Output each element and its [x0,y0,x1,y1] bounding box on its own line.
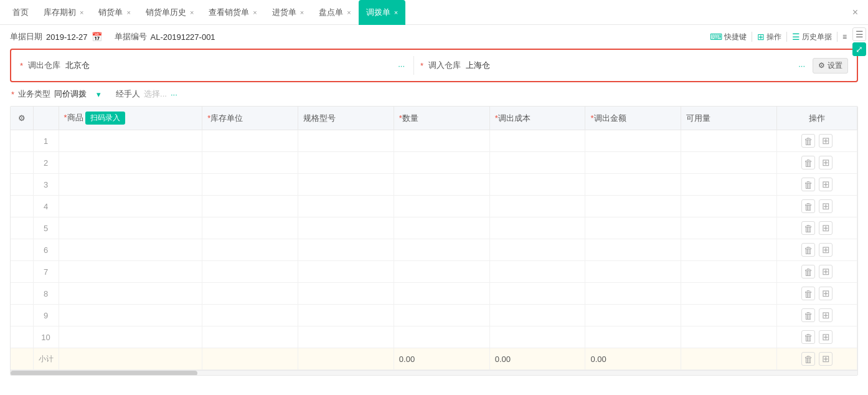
panel-list-button[interactable]: ☰ [852,27,866,41]
table-cell-cost-6[interactable] [489,239,585,261]
table-cell-product-10[interactable] [59,326,202,348]
shortcut-action[interactable]: ⌨ 快捷键 [710,32,747,42]
table-cell-product-2[interactable] [59,152,202,174]
operation-action[interactable]: ⊞ 操作 [757,32,781,42]
table-cell-cost-4[interactable] [489,196,585,217]
delete-icon-10[interactable]: 🗑 [801,330,815,344]
table-cell-spec-3[interactable] [298,174,394,196]
copy-icon-2[interactable]: ⊞ [819,156,833,169]
table-cell-unit-6[interactable] [202,239,298,261]
calendar-icon[interactable]: 📅 [92,32,102,42]
out-warehouse-more[interactable]: ··· [395,61,407,70]
tab-close-stocktake[interactable]: × [347,9,351,16]
tab-stocktake[interactable]: 盘点单 × [311,0,358,25]
copy-icon-10[interactable]: ⊞ [819,330,833,344]
table-cell-qty-11[interactable]: 0.00 [394,348,489,370]
tab-sales-history[interactable]: 销货单历史 × [138,0,201,25]
table-cell-cost-10[interactable] [489,326,585,348]
copy-icon-9[interactable]: ⊞ [819,308,833,322]
table-cell-qty-6[interactable] [394,239,489,261]
table-cell-product-3[interactable] [59,174,202,196]
table-cell-cost-8[interactable] [489,283,585,305]
biz-type-dropdown[interactable]: ▾ [94,90,103,99]
table-cell-amount-6[interactable] [585,239,681,261]
table-cell-unit-9[interactable] [202,305,298,326]
table-cell-spec-5[interactable] [298,217,394,239]
copy-icon-5[interactable]: ⊞ [819,221,833,235]
tab-close-view-sales[interactable]: × [253,9,257,16]
table-cell-qty-2[interactable] [394,152,489,174]
copy-icon-3[interactable]: ⊞ [819,178,833,191]
table-cell-qty-8[interactable] [394,283,489,305]
table-cell-spec-4[interactable] [298,196,394,217]
table-cell-qty-3[interactable] [394,174,489,196]
tab-close-inventory-init[interactable]: × [80,9,83,16]
table-cell-unit-2[interactable] [202,152,298,174]
table-cell-product-4[interactable] [59,196,202,217]
tab-view-sales[interactable]: 查看销货单 × [201,0,264,25]
table-cell-unit-4[interactable] [202,196,298,217]
scan-entry-button[interactable]: 扫码录入 [85,112,125,125]
table-cell-spec-11[interactable] [298,348,394,370]
table-cell-cost-7[interactable] [489,261,585,283]
delete-icon-9[interactable]: 🗑 [801,308,815,322]
table-cell-amount-3[interactable] [585,174,681,196]
tab-bar-close-button[interactable]: × [847,7,863,18]
table-cell-spec-2[interactable] [298,152,394,174]
table-cell-amount-4[interactable] [585,196,681,217]
copy-icon-4[interactable]: ⊞ [819,199,833,213]
delete-icon-2[interactable]: 🗑 [801,156,815,169]
table-cell-unit-5[interactable] [202,217,298,239]
table-cell-qty-5[interactable] [394,217,489,239]
table-cell-amount-11[interactable]: 0.00 [585,348,681,370]
table-cell-product-5[interactable] [59,217,202,239]
delete-icon-11[interactable]: 🗑 [801,352,815,366]
col-header-gear[interactable]: ⚙ [11,107,33,130]
table-cell-unit-10[interactable] [202,326,298,348]
table-cell-amount-1[interactable] [585,130,681,152]
table-cell-unit-7[interactable] [202,261,298,283]
tab-close-sales-order[interactable]: × [126,9,130,16]
table-cell-amount-8[interactable] [585,283,681,305]
copy-icon-8[interactable]: ⊞ [819,287,833,300]
table-cell-product-7[interactable] [59,261,202,283]
table-cell-qty-4[interactable] [394,196,489,217]
in-warehouse-more[interactable]: ··· [796,61,808,70]
table-cell-cost-11[interactable]: 0.00 [489,348,585,370]
table-cell-product-6[interactable] [59,239,202,261]
table-cell-qty-10[interactable] [394,326,489,348]
table-gear-icon[interactable]: ⚙ [18,113,26,123]
copy-icon-6[interactable]: ⊞ [819,243,833,257]
settings-button[interactable]: ⚙ 设置 [813,58,848,74]
person-more-dots[interactable]: ··· [171,90,177,99]
table-cell-amount-10[interactable] [585,326,681,348]
tab-close-sales-history[interactable]: × [190,9,194,16]
table-cell-product-9[interactable] [59,305,202,326]
tab-inventory-init[interactable]: 库存期初 × [36,0,91,25]
table-cell-amount-2[interactable] [585,152,681,174]
table-cell-amount-7[interactable] [585,261,681,283]
table-cell-spec-1[interactable] [298,130,394,152]
table-cell-cost-9[interactable] [489,305,585,326]
table-cell-qty-9[interactable] [394,305,489,326]
tab-close-transfer[interactable]: × [394,9,398,16]
table-cell-cost-2[interactable] [489,152,585,174]
table-cell-qty-7[interactable] [394,261,489,283]
table-cell-spec-9[interactable] [298,305,394,326]
table-cell-product-1[interactable] [59,130,202,152]
table-cell-cost-1[interactable] [489,130,585,152]
tab-close-purchase[interactable]: × [300,9,304,16]
table-cell-unit-11[interactable] [202,348,298,370]
table-cell-unit-1[interactable] [202,130,298,152]
person-placeholder[interactable]: 选择... [144,88,167,100]
delete-icon-8[interactable]: 🗑 [801,287,815,300]
delete-icon-6[interactable]: 🗑 [801,243,815,257]
tab-transfer[interactable]: 调拨单 × [359,0,405,25]
table-cell-spec-7[interactable] [298,261,394,283]
table-cell-product-8[interactable] [59,283,202,305]
scroll-thumb[interactable] [11,371,197,376]
table-cell-product-11[interactable] [59,348,202,370]
table-cell-unit-8[interactable] [202,283,298,305]
table-cell-spec-8[interactable] [298,283,394,305]
copy-icon-1[interactable]: ⊞ [819,134,833,148]
